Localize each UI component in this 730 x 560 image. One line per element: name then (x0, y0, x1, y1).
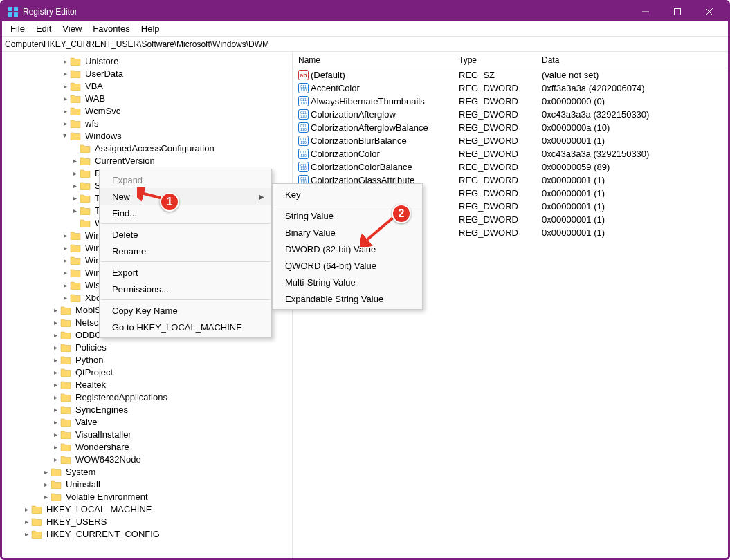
ctx-permissions[interactable]: Permissions... (100, 281, 271, 297)
menu-view[interactable]: View (57, 23, 87, 35)
menu-help[interactable]: Help (136, 23, 165, 35)
tree-item[interactable]: ▸QtProject (2, 366, 292, 378)
sub-key[interactable]: Key (273, 186, 422, 203)
value-row[interactable]: ab(Default)REG_SZ(value not set) (293, 68, 728, 82)
maximize-button[interactable] (661, 2, 693, 21)
folder-icon (31, 516, 42, 526)
ctx-export[interactable]: Export (100, 264, 271, 281)
tree-item[interactable]: ▸WOW6432Node (2, 453, 292, 465)
chevron-icon[interactable]: ▸ (51, 344, 60, 351)
value-row[interactable]: 011110ColorizationAfterglowREG_DWORD0xc4… (293, 108, 728, 121)
sub-expandable-string[interactable]: Expandable String Value (273, 290, 422, 307)
tree-item[interactable]: ▸wfs (2, 117, 292, 129)
tree-item[interactable]: ▸WAB (2, 92, 292, 104)
sub-binary[interactable]: Binary Value (273, 224, 422, 241)
chevron-icon[interactable]: ▸ (41, 480, 51, 488)
col-type[interactable]: Type (459, 55, 542, 65)
chevron-icon[interactable]: ▸ (41, 493, 51, 501)
value-row[interactable]: 011110ColorizationColorREG_DWORD0xc43a3a… (293, 147, 728, 160)
context-menu: Expand New ▶ Find... Delete Rename Expor… (99, 169, 272, 338)
chevron-icon[interactable]: ▸ (41, 468, 51, 476)
menu-edit[interactable]: Edit (30, 23, 57, 35)
ctx-goto-hklm[interactable]: Go to HKEY_LOCAL_MACHINE (100, 319, 271, 335)
sub-multi-string[interactable]: Multi-String Value (273, 274, 422, 290)
chevron-icon[interactable]: ▸ (60, 57, 70, 65)
address-bar[interactable]: Computer\HKEY_CURRENT_USER\Software\Micr… (2, 37, 728, 52)
chevron-icon[interactable]: ▸ (51, 319, 60, 326)
menu-favorites[interactable]: Favorites (87, 23, 135, 35)
chevron-icon[interactable]: ▸ (70, 194, 80, 202)
chevron-icon[interactable]: ▸ (21, 505, 31, 513)
ctx-find[interactable]: Find... (100, 205, 271, 221)
tree-item[interactable]: ▸RegisteredApplications (2, 391, 292, 403)
chevron-icon[interactable]: ▸ (51, 431, 60, 438)
ctx-new[interactable]: New ▶ (100, 188, 271, 205)
tree-item[interactable]: ▸VisualInstaller (2, 428, 292, 440)
ctx-delete[interactable]: Delete (100, 226, 271, 243)
chevron-icon[interactable]: ▸ (60, 232, 70, 239)
tree-item[interactable]: ▸SyncEngines (2, 403, 292, 416)
chevron-icon[interactable]: ▸ (21, 530, 31, 538)
value-row[interactable]: 011110AccentColorREG_DWORD0xff3a3a3a (42… (293, 82, 728, 95)
tree-item[interactable]: ▸HKEY_CURRENT_CONFIG (2, 528, 292, 540)
tree-item[interactable]: ▸Policies (2, 341, 292, 353)
chevron-icon[interactable]: ▸ (70, 169, 80, 177)
chevron-icon[interactable]: ▸ (60, 120, 70, 127)
ctx-rename[interactable]: Rename (100, 243, 271, 259)
chevron-icon[interactable]: ▸ (70, 182, 80, 189)
tree-item[interactable]: ▸VBA (2, 80, 292, 92)
ctx-copy-key-name[interactable]: Copy Key Name (100, 302, 271, 319)
chevron-icon[interactable]: ▸ (51, 456, 60, 463)
value-row[interactable]: 011110AlwaysHibernateThumbnailsREG_DWORD… (293, 95, 728, 108)
chevron-icon[interactable]: ▸ (51, 406, 60, 413)
tree-item[interactable]: ▸Unistore (2, 55, 292, 67)
tree-item[interactable]: ▸Python (2, 353, 292, 366)
col-name[interactable]: Name (298, 55, 459, 65)
chevron-icon[interactable] (70, 144, 80, 152)
chevron-icon[interactable]: ▸ (60, 95, 70, 102)
chevron-icon[interactable]: ▸ (51, 331, 60, 339)
tree-item[interactable]: AssignedAccessConfiguration (2, 142, 292, 154)
tree-item[interactable]: ▸HKEY_LOCAL_MACHINE (2, 503, 292, 515)
chevron-icon[interactable]: ▸ (51, 443, 60, 451)
value-row[interactable]: 011110ColorizationColorBalanceREG_DWORD0… (293, 160, 728, 174)
col-data[interactable]: Data (542, 55, 728, 65)
minimize-button[interactable] (630, 2, 661, 21)
tree-item[interactable]: ▸HKEY_USERS (2, 515, 292, 528)
tree-item[interactable]: ▸Uninstall (2, 478, 292, 490)
chevron-icon[interactable] (70, 219, 80, 227)
tree-item[interactable]: ▸Realtek (2, 378, 292, 391)
chevron-icon[interactable]: ▸ (60, 132, 70, 140)
tree-item[interactable]: ▸Windows (2, 129, 292, 142)
chevron-icon[interactable]: ▸ (60, 244, 70, 252)
sub-dword[interactable]: DWORD (32-bit) Value (273, 241, 422, 257)
value-row[interactable]: 011110ColorizationBlurBalanceREG_DWORD0x… (293, 134, 728, 147)
chevron-icon[interactable]: ▸ (60, 294, 70, 301)
tree-item[interactable]: ▸WcmSvc (2, 104, 292, 117)
value-row[interactable]: 011110ColorizationAfterglowBalanceREG_DW… (293, 121, 728, 134)
tree-item[interactable]: ▸System (2, 465, 292, 478)
chevron-icon[interactable]: ▸ (60, 82, 70, 90)
tree-item[interactable]: ▸UserData (2, 67, 292, 80)
tree-item[interactable]: ▸Valve (2, 416, 292, 428)
chevron-icon[interactable]: ▸ (51, 381, 60, 389)
chevron-icon[interactable]: ▸ (70, 157, 80, 165)
chevron-icon[interactable]: ▸ (51, 418, 60, 426)
chevron-icon[interactable]: ▸ (70, 207, 80, 214)
chevron-icon[interactable]: ▸ (60, 107, 70, 115)
chevron-icon[interactable]: ▸ (21, 518, 31, 525)
chevron-icon[interactable]: ▸ (51, 306, 60, 314)
chevron-icon[interactable]: ▸ (51, 393, 60, 401)
tree-item[interactable]: ▸CurrentVersion (2, 154, 292, 167)
menu-file[interactable]: File (5, 23, 30, 35)
tree-item[interactable]: ▸Volatile Environment (2, 490, 292, 503)
chevron-icon[interactable]: ▸ (60, 70, 70, 77)
chevron-icon[interactable]: ▸ (51, 368, 60, 376)
sub-qword[interactable]: QWORD (64-bit) Value (273, 257, 422, 274)
chevron-icon[interactable]: ▸ (60, 281, 70, 289)
close-button[interactable] (693, 2, 725, 21)
tree-item[interactable]: ▸Wondershare (2, 440, 292, 453)
chevron-icon[interactable]: ▸ (60, 269, 70, 277)
chevron-icon[interactable]: ▸ (60, 256, 70, 264)
chevron-icon[interactable]: ▸ (51, 356, 60, 364)
